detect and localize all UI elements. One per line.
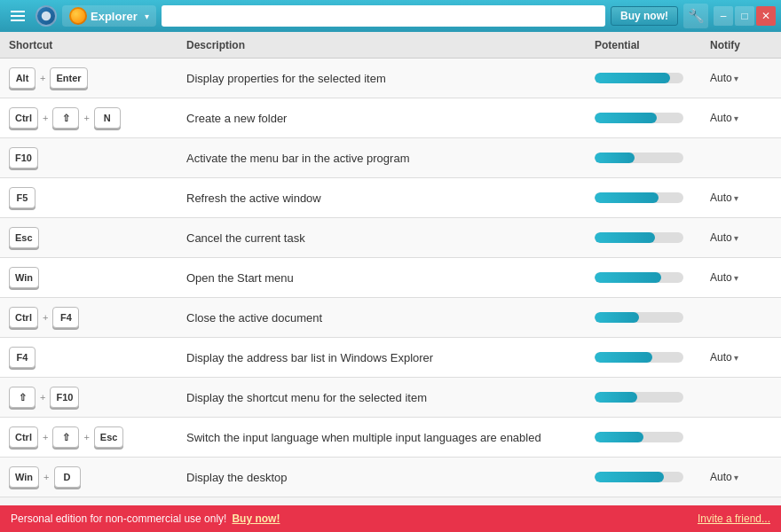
key-badge: ⇧ [52,426,79,448]
key-badge: F10 [9,147,38,168]
notify-cell[interactable]: Auto▾ [710,271,772,284]
potential-bar-bg [595,312,683,323]
app-name: Explorer [91,10,138,23]
potential-bar-fill [595,192,659,203]
col-notify-header: Notify [710,39,772,51]
description-cell: Activate the menu bar in the active prog… [186,152,595,165]
potential-bar-bg [595,192,683,203]
potential-bar-bg [595,472,683,482]
table-row: Ctrl+⇧+NCreate a new folderAuto▾ [0,98,781,138]
potential-cell [595,312,710,323]
search-input[interactable] [162,5,605,27]
notify-dropdown[interactable]: Auto▾ [710,351,738,364]
potential-cell [595,392,710,403]
notify-cell[interactable]: Auto▾ [710,231,772,244]
potential-bar-fill [595,312,639,323]
potential-bar-fill [595,113,657,123]
key-separator: + [39,392,46,403]
shortcut-cell: Win [9,267,186,288]
col-shortcut-header: Shortcut [9,39,186,51]
app-icon [36,5,57,27]
notify-arrow: ▾ [734,353,738,363]
potential-cell [595,352,710,363]
notify-dropdown[interactable]: Auto▾ [710,231,738,244]
description-cell: Close the active document [186,311,595,325]
notify-dropdown[interactable]: Auto▾ [710,471,738,483]
titlebar: Explorer ▾ Buy now! 🔧 – □ ✕ [0,0,781,32]
key-badge: N [94,107,121,129]
footer-left: Personal edition for non-commercial use … [11,512,280,525]
description-cell: Cancel the current task [186,231,595,245]
key-separator: + [43,472,50,482]
column-header: Shortcut Description Potential Notify [0,32,781,59]
potential-cell [595,432,710,442]
key-badge: ⇧ [52,107,79,129]
buy-now-button[interactable]: Buy now! [611,6,678,26]
notify-dropdown[interactable]: Auto▾ [710,271,738,284]
potential-bar-fill [595,432,643,442]
settings-button[interactable]: 🔧 [683,4,708,28]
key-badge: Alt [9,67,36,89]
shortcut-cell: Win+D [9,466,186,488]
key-badge: Win [9,267,39,288]
notify-dropdown[interactable]: Auto▾ [710,112,738,124]
footer-invite-link[interactable]: Invite a friend... [698,512,770,525]
notify-cell[interactable]: Auto▾ [710,72,772,84]
shortcut-cell: Esc [9,227,186,248]
potential-bar-bg [595,73,683,83]
potential-bar-fill [595,352,652,363]
key-badge: Enter [50,67,87,89]
notify-arrow: ▾ [734,74,738,83]
key-badge: Esc [9,227,39,248]
shortcut-cell: F5 [9,187,186,208]
key-badge: F10 [50,387,79,408]
notify-cell[interactable]: Auto▾ [710,112,772,124]
table-row: F5Refresh the active windowAuto▾ [0,178,781,218]
minimize-button[interactable]: – [714,6,733,26]
potential-bar-fill [595,73,670,83]
description-cell: Switch the input language when multiple … [186,431,595,444]
table-row: Ctrl+⇧+EscSwitch the input language when… [0,418,781,458]
potential-cell [595,472,710,482]
close-button[interactable]: ✕ [756,6,776,26]
key-separator: + [42,432,49,442]
notify-cell[interactable]: Auto▾ [710,351,772,364]
app-logo: Explorer ▾ [62,5,156,27]
description-cell: Display the shortcut menu for the select… [186,391,595,404]
potential-bar-bg [595,432,683,442]
window-controls: – □ ✕ [714,6,776,26]
maximize-button[interactable]: □ [735,6,754,26]
app-dropdown-arrow[interactable]: ▾ [145,12,149,21]
notify-arrow: ▾ [734,273,738,283]
description-cell: Refresh the active window [186,192,595,205]
notify-dropdown[interactable]: Auto▾ [710,192,738,204]
shortcut-cell: F4 [9,347,186,368]
potential-bar-fill [595,472,664,482]
potential-bar-bg [595,113,683,123]
potential-cell [595,232,710,243]
potential-bar-fill [595,232,655,243]
table-row: EscCancel the current taskAuto▾ [0,218,781,258]
description-cell: Display the address bar list in Windows … [186,351,595,364]
shortcut-cell: Ctrl+⇧+N [9,107,186,129]
menu-button[interactable] [5,7,30,25]
svg-point-0 [42,12,51,21]
description-cell: Display properties for the selected item [186,72,595,85]
shortcut-cell: Ctrl+F4 [9,307,186,328]
notify-value: Auto [710,231,732,244]
notify-cell[interactable]: Auto▾ [710,471,772,483]
col-description-header: Description [186,39,595,51]
potential-cell [595,192,710,203]
notify-value: Auto [710,351,732,364]
footer-banner: Personal edition for non-commercial use … [0,505,781,532]
notify-value: Auto [710,72,732,84]
footer-buy-link[interactable]: Buy now! [232,512,280,525]
notify-cell[interactable]: Auto▾ [710,192,772,204]
key-badge: Ctrl [9,307,38,328]
key-badge: ⇧ [9,387,36,408]
potential-cell [595,272,710,283]
description-cell: Open the Start menu [186,271,595,285]
notify-arrow: ▾ [734,113,738,123]
key-separator: + [39,73,46,83]
notify-dropdown[interactable]: Auto▾ [710,72,738,84]
